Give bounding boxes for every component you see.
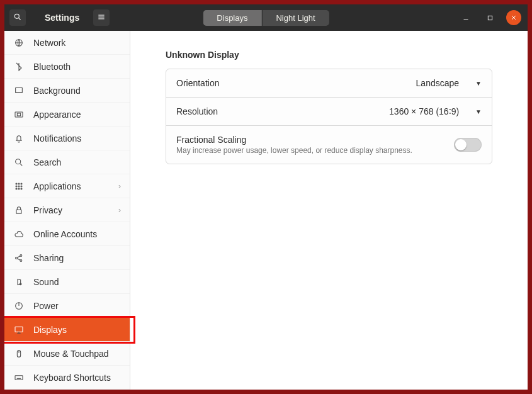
row-label: Resolution xyxy=(176,106,218,116)
search-button[interactable] xyxy=(9,9,26,26)
sidebar-item-keyboard-shortcuts[interactable]: Keyboard Shortcuts xyxy=(4,366,130,390)
sidebar-item-network[interactable]: Network xyxy=(4,31,130,55)
sidebar-item-applications[interactable]: Applications› xyxy=(4,174,130,198)
sidebar-item-search[interactable]: Search xyxy=(4,150,130,174)
sidebar-item-sound[interactable]: Sound xyxy=(4,270,130,294)
tab-displays[interactable]: Displays xyxy=(203,10,261,26)
fractional-scaling-row: Fractional Scaling May increase power us… xyxy=(166,125,492,164)
sidebar-item-notifications[interactable]: Notifications xyxy=(4,127,130,150)
titlebar: Settings Displays Night Light xyxy=(4,4,528,31)
power-icon xyxy=(13,301,25,311)
sidebar-item-privacy[interactable]: Privacy› xyxy=(4,198,130,222)
tab-night-light[interactable]: Night Light xyxy=(261,10,329,26)
sidebar-item-label: Sharing xyxy=(33,253,121,263)
svg-rect-24 xyxy=(16,210,21,213)
chevron-down-icon: ▼ xyxy=(475,80,482,87)
row-value: Landscape xyxy=(416,78,460,88)
keyboard-icon xyxy=(13,373,25,383)
sidebar-item-label: Privacy xyxy=(33,205,110,215)
sidebar-item-label: Appearance xyxy=(33,110,121,120)
svg-rect-12 xyxy=(17,113,20,116)
notifications-icon xyxy=(13,133,25,144)
hamburger-button[interactable] xyxy=(93,9,110,26)
sidebar-item-label: Sound xyxy=(33,277,121,287)
app-title: Settings xyxy=(45,13,79,23)
sidebar-item-label: Bluetooth xyxy=(33,62,121,72)
svg-point-20 xyxy=(21,186,22,187)
window-maximize-button[interactable] xyxy=(482,10,497,25)
sidebar-item-mouse-touchpad[interactable]: Mouse & Touchpad xyxy=(4,342,130,366)
chevron-down-icon: ▼ xyxy=(475,108,482,115)
applications-icon xyxy=(13,181,25,191)
content-panel: Unknown Display Orientation Landscape ▼ … xyxy=(130,31,528,390)
chevron-right-icon: › xyxy=(118,206,121,215)
svg-point-22 xyxy=(18,188,20,189)
displays-icon xyxy=(13,325,25,335)
sidebar-item-bluetooth[interactable]: Bluetooth xyxy=(4,55,130,79)
search-icon xyxy=(13,157,25,167)
sidebar-item-power[interactable]: Power xyxy=(4,294,130,318)
tab-switcher: Displays Night Light xyxy=(203,10,329,26)
sound-icon xyxy=(13,277,25,287)
cloud-icon xyxy=(13,229,25,239)
fractional-scaling-toggle[interactable] xyxy=(454,138,482,152)
svg-line-1 xyxy=(19,18,21,20)
sharing-icon xyxy=(13,253,25,263)
sidebar-item-label: Keyboard Shortcuts xyxy=(33,373,121,383)
sidebar-item-label: Mouse & Touchpad xyxy=(33,349,121,359)
sidebar-item-sharing[interactable]: Sharing xyxy=(4,246,130,270)
privacy-icon xyxy=(13,205,25,215)
svg-line-28 xyxy=(17,256,20,257)
window-close-button[interactable] xyxy=(506,10,521,25)
section-title: Unknown Display xyxy=(166,50,492,60)
svg-point-16 xyxy=(18,183,20,184)
svg-point-0 xyxy=(14,14,19,18)
svg-point-25 xyxy=(16,257,18,259)
svg-rect-10 xyxy=(16,87,23,93)
svg-rect-11 xyxy=(15,112,23,117)
row-value: 1360 × 768 (16∶9) xyxy=(389,106,459,116)
hamburger-icon xyxy=(97,13,106,23)
sidebar-item-label: Notifications xyxy=(33,133,121,144)
display-settings-card: Orientation Landscape ▼ Resolution 1360 … xyxy=(166,69,492,164)
sidebar-item-label: Power xyxy=(33,301,121,311)
svg-rect-6 xyxy=(488,16,492,20)
sidebar-item-label: Search xyxy=(33,157,121,167)
appearance-icon xyxy=(13,110,25,120)
chevron-right-icon: › xyxy=(118,182,121,191)
sidebar-item-online-accounts[interactable]: Online Accounts xyxy=(4,222,130,246)
sidebar-item-displays[interactable]: Displays xyxy=(4,318,130,342)
sidebar-item-label: Displays xyxy=(33,325,121,335)
sidebar-item-appearance[interactable]: Appearance xyxy=(4,103,130,127)
svg-rect-33 xyxy=(15,327,23,332)
network-icon xyxy=(13,38,25,48)
svg-point-21 xyxy=(16,188,17,189)
row-label: Fractional Scaling xyxy=(176,135,412,145)
orientation-row[interactable]: Orientation Landscape ▼ xyxy=(166,69,492,97)
background-icon xyxy=(13,86,25,96)
svg-point-19 xyxy=(18,186,20,187)
sidebar-item-label: Applications xyxy=(33,181,110,191)
resolution-row[interactable]: Resolution 1360 × 768 (16∶9) ▼ xyxy=(166,97,492,125)
svg-line-29 xyxy=(17,258,20,260)
row-subtext: May increase power usage, lower speed, o… xyxy=(176,146,412,155)
svg-rect-38 xyxy=(15,375,23,380)
svg-point-15 xyxy=(16,183,17,184)
bluetooth-icon xyxy=(13,62,25,72)
sidebar: NetworkBluetoothBackgroundAppearanceNoti… xyxy=(4,31,130,390)
svg-point-23 xyxy=(21,188,22,189)
sidebar-item-background[interactable]: Background xyxy=(4,79,130,103)
svg-line-14 xyxy=(20,164,22,166)
sidebar-item-label: Background xyxy=(33,86,121,96)
svg-point-27 xyxy=(20,259,22,261)
svg-point-26 xyxy=(20,254,22,256)
mouse-icon xyxy=(13,349,25,359)
search-icon xyxy=(13,13,22,23)
window-minimize-button[interactable] xyxy=(458,10,473,25)
svg-point-18 xyxy=(16,186,17,187)
row-label: Orientation xyxy=(176,78,219,88)
svg-point-13 xyxy=(16,159,21,164)
sidebar-item-label: Online Accounts xyxy=(33,229,121,239)
sidebar-item-label: Network xyxy=(33,38,121,48)
svg-point-17 xyxy=(21,183,22,184)
